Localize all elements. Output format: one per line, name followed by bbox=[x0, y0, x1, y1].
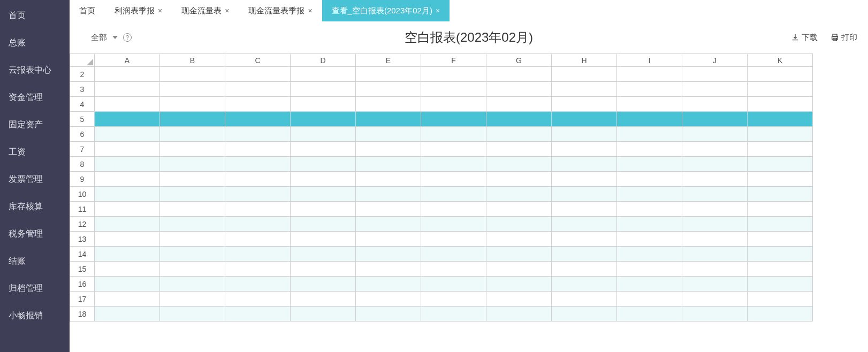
cell[interactable] bbox=[682, 67, 748, 82]
cell[interactable] bbox=[682, 142, 748, 157]
cell[interactable] bbox=[225, 232, 291, 247]
row-header[interactable]: 3 bbox=[70, 82, 95, 97]
cell[interactable] bbox=[617, 247, 682, 262]
cell[interactable] bbox=[95, 232, 160, 247]
cell[interactable] bbox=[421, 292, 486, 307]
cell[interactable] bbox=[160, 142, 225, 157]
tab-cashflow-quarterly[interactable]: 现金流量表季报 × bbox=[239, 0, 322, 21]
cell[interactable] bbox=[95, 82, 160, 97]
cell[interactable] bbox=[748, 82, 813, 97]
select-all-corner[interactable] bbox=[70, 54, 95, 67]
cell[interactable] bbox=[617, 112, 682, 127]
cell[interactable] bbox=[486, 217, 552, 232]
cell[interactable] bbox=[356, 262, 421, 277]
cell[interactable] bbox=[160, 277, 225, 292]
print-button[interactable]: 打印 bbox=[831, 33, 857, 43]
cell[interactable] bbox=[552, 187, 617, 202]
cell[interactable] bbox=[486, 97, 552, 112]
cell[interactable] bbox=[356, 127, 421, 142]
cell[interactable] bbox=[682, 217, 748, 232]
cell[interactable] bbox=[291, 187, 356, 202]
tab-view-blank-report[interactable]: 查看_空白报表(2023年02月) × bbox=[322, 0, 450, 21]
cell[interactable] bbox=[748, 112, 813, 127]
cell[interactable] bbox=[552, 307, 617, 322]
row-header[interactable]: 17 bbox=[70, 292, 95, 307]
cell[interactable] bbox=[356, 157, 421, 172]
sidebar-item-funds[interactable]: 资金管理 bbox=[0, 84, 70, 111]
cell[interactable] bbox=[421, 157, 486, 172]
cell[interactable] bbox=[356, 82, 421, 97]
cell[interactable] bbox=[617, 127, 682, 142]
spreadsheet[interactable]: ABCDEFGHIJK23456789101112131415161718 bbox=[70, 53, 868, 352]
cell[interactable] bbox=[486, 112, 552, 127]
cell[interactable] bbox=[682, 247, 748, 262]
cell[interactable] bbox=[160, 97, 225, 112]
sidebar-item-closing[interactable]: 结账 bbox=[0, 248, 70, 275]
cell[interactable] bbox=[552, 292, 617, 307]
row-header[interactable]: 6 bbox=[70, 127, 95, 142]
cell[interactable] bbox=[225, 82, 291, 97]
cell[interactable] bbox=[95, 277, 160, 292]
column-header[interactable]: C bbox=[225, 54, 291, 67]
cell[interactable] bbox=[748, 142, 813, 157]
cell[interactable] bbox=[617, 172, 682, 187]
cell[interactable] bbox=[748, 97, 813, 112]
cell[interactable] bbox=[486, 142, 552, 157]
cell[interactable] bbox=[486, 307, 552, 322]
cell[interactable] bbox=[682, 262, 748, 277]
cell[interactable] bbox=[748, 202, 813, 217]
cell[interactable] bbox=[748, 232, 813, 247]
cell[interactable] bbox=[225, 292, 291, 307]
cell[interactable] bbox=[748, 277, 813, 292]
row-header[interactable]: 7 bbox=[70, 142, 95, 157]
cell[interactable] bbox=[552, 202, 617, 217]
cell[interactable] bbox=[552, 67, 617, 82]
column-header[interactable]: G bbox=[486, 54, 552, 67]
row-header[interactable]: 15 bbox=[70, 262, 95, 277]
cell[interactable] bbox=[291, 232, 356, 247]
cell[interactable] bbox=[225, 127, 291, 142]
cell[interactable] bbox=[617, 277, 682, 292]
cell[interactable] bbox=[617, 82, 682, 97]
cell[interactable] bbox=[356, 202, 421, 217]
cell[interactable] bbox=[682, 97, 748, 112]
cell[interactable] bbox=[617, 292, 682, 307]
row-header[interactable]: 10 bbox=[70, 187, 95, 202]
cell[interactable] bbox=[95, 172, 160, 187]
cell[interactable] bbox=[160, 247, 225, 262]
cell[interactable] bbox=[486, 172, 552, 187]
cell[interactable] bbox=[291, 292, 356, 307]
row-header[interactable]: 14 bbox=[70, 247, 95, 262]
cell[interactable] bbox=[95, 112, 160, 127]
cell[interactable] bbox=[748, 292, 813, 307]
cell[interactable] bbox=[95, 142, 160, 157]
cell[interactable] bbox=[421, 142, 486, 157]
cell[interactable] bbox=[748, 67, 813, 82]
column-header[interactable]: F bbox=[421, 54, 486, 67]
column-header[interactable]: A bbox=[95, 54, 160, 67]
cell[interactable] bbox=[486, 202, 552, 217]
cell[interactable] bbox=[421, 202, 486, 217]
cell[interactable] bbox=[160, 307, 225, 322]
cell[interactable] bbox=[160, 157, 225, 172]
cell[interactable] bbox=[682, 172, 748, 187]
cell[interactable] bbox=[160, 262, 225, 277]
cell[interactable] bbox=[486, 82, 552, 97]
cell[interactable] bbox=[225, 217, 291, 232]
cell[interactable] bbox=[421, 217, 486, 232]
cell[interactable] bbox=[617, 142, 682, 157]
cell[interactable] bbox=[421, 232, 486, 247]
cell[interactable] bbox=[291, 172, 356, 187]
cell[interactable] bbox=[421, 307, 486, 322]
sidebar-item-tax[interactable]: 税务管理 bbox=[0, 220, 70, 248]
cell[interactable] bbox=[225, 67, 291, 82]
close-icon[interactable]: × bbox=[158, 6, 162, 15]
cell[interactable] bbox=[95, 292, 160, 307]
row-header[interactable]: 9 bbox=[70, 172, 95, 187]
cell[interactable] bbox=[225, 202, 291, 217]
cell[interactable] bbox=[682, 112, 748, 127]
cell[interactable] bbox=[421, 172, 486, 187]
cell[interactable] bbox=[291, 97, 356, 112]
cell[interactable] bbox=[421, 67, 486, 82]
sidebar-item-expense[interactable]: 小畅报销 bbox=[0, 302, 70, 330]
